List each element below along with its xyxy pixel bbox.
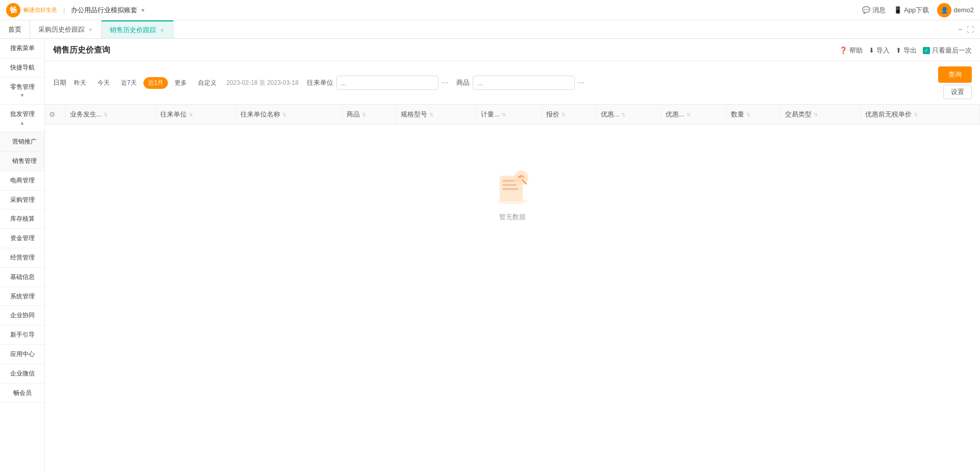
sidebar-item-wholesale-mgmt[interactable]: 批发管理 ▲	[0, 105, 44, 132]
date-btn-last7[interactable]: 近7天	[116, 77, 141, 89]
member-label: 畅会员	[13, 389, 32, 397]
th-biz-date-sort-icon: ⇅	[104, 112, 108, 117]
header-right: 💬 消息 📱 App下载 👤 demo2	[862, 3, 974, 17]
product-dots-icon[interactable]: ···	[578, 78, 584, 87]
sidebar-item-enterprise[interactable]: 企业协同	[0, 306, 44, 325]
th-discount2[interactable]: 优惠... ⇅	[662, 105, 727, 125]
sidebar-item-guide[interactable]: 新手引导	[0, 325, 44, 345]
sidebar-item-basic-info[interactable]: 基础信息	[0, 268, 44, 287]
sidebar-item-retail-mgmt[interactable]: 零售管理 ▼	[0, 78, 44, 105]
logo-text: 畅捷信好生意	[23, 7, 57, 13]
purchase-tab-close[interactable]: ×	[88, 26, 93, 34]
product-filter-group: 商品 ···	[456, 76, 584, 90]
counterparty-input[interactable]	[336, 76, 438, 90]
svg-point-5	[514, 171, 528, 185]
sidebar-item-purchase-mgmt[interactable]: 采购管理	[0, 191, 44, 210]
counterparty-dots-icon[interactable]: ···	[442, 78, 448, 87]
query-button[interactable]: 查询	[938, 66, 972, 83]
wechat-label: 企业微信	[10, 369, 35, 378]
message-action[interactable]: 💬 消息	[862, 6, 886, 15]
empty-state-row: 暂无数据	[45, 125, 980, 263]
import-icon: ⬇	[869, 46, 874, 54]
th-discount2-sort-icon: ⇅	[687, 112, 691, 117]
date-btn-more[interactable]: 更多	[170, 77, 191, 89]
th-quote[interactable]: 报价 ⇅	[542, 105, 596, 125]
sidebar-item-sales-mgmt[interactable]: 销售管理	[0, 152, 44, 171]
th-no-tax-price[interactable]: 优惠前无税单价 ⇅	[861, 105, 980, 125]
date-btn-today[interactable]: 今天	[93, 77, 114, 89]
th-discount1[interactable]: 优惠... ⇅	[596, 105, 662, 125]
date-filter-group: 日期 昨天 今天 近7天 近1月 更多 自定义 2023-02-18 至 202…	[53, 77, 299, 89]
sidebar: 搜索菜单 快捷导航 零售管理 ▼ 批发管理 ▲ 营销推广 销售管理 电商管理 采…	[0, 39, 45, 472]
date-btn-last1m[interactable]: 近1月	[143, 77, 168, 89]
product-input[interactable]	[473, 76, 575, 90]
sales-mgmt-label: 销售管理	[12, 157, 37, 166]
date-btn-yesterday[interactable]: 昨天	[69, 77, 91, 89]
content-area: 销售历史价查询 ❓ 帮助 ⬇ 导入 ⬆ 导出 ✓	[45, 39, 980, 472]
sys-mgmt-label: 系统管理	[10, 292, 35, 301]
sidebar-item-app-center[interactable]: 应用中心	[0, 345, 44, 364]
sales-tab-close[interactable]: ×	[159, 26, 164, 34]
sidebar-item-sys-mgmt[interactable]: 系统管理	[0, 287, 44, 306]
sidebar-item-ecom-mgmt[interactable]: 电商管理	[0, 171, 44, 191]
th-quantity[interactable]: 数量 ⇅	[726, 105, 781, 125]
tab-bar: 首页 采购历史价跟踪 × 销售历史价跟踪 × − ⛶	[0, 20, 980, 39]
only-last-checkbox[interactable]: ✓ 只看最后一次	[923, 46, 972, 55]
th-partner-name-label: 往来单位名称	[240, 110, 280, 119]
th-trade-type-sort-icon: ⇅	[814, 112, 818, 117]
table-settings-gear-icon[interactable]: ⚙	[49, 110, 56, 119]
main-layout: 搜索菜单 快捷导航 零售管理 ▼ 批发管理 ▲ 营销推广 销售管理 电商管理 采…	[0, 39, 980, 472]
th-partner[interactable]: 往来单位 ⇅	[156, 105, 236, 125]
sales-tab-label: 销售历史价跟踪	[110, 26, 156, 35]
th-spec-sort-icon: ⇅	[429, 112, 433, 117]
tab-purchase-history[interactable]: 采购历史价跟踪 ×	[30, 20, 102, 38]
th-product[interactable]: 商品 ⇅	[342, 105, 397, 125]
user-action[interactable]: 👤 demo2	[937, 3, 974, 17]
window-maximize-icon[interactable]: ⛶	[967, 26, 974, 34]
window-minimize-icon[interactable]: −	[958, 25, 963, 34]
import-btn[interactable]: ⬇ 导入	[869, 46, 890, 55]
product-label: 商品	[456, 78, 470, 87]
th-spec[interactable]: 规格型号 ⇅	[397, 105, 477, 125]
help-btn[interactable]: ❓ 帮助	[839, 46, 863, 55]
page-title: 销售历史价查询	[53, 45, 110, 56]
th-no-tax-price-sort-icon: ⇅	[914, 112, 918, 117]
th-discount1-sort-icon: ⇅	[621, 112, 625, 117]
divider: |	[61, 6, 67, 14]
message-label: 消息	[872, 6, 886, 15]
page-header: 销售历史价查询 ❓ 帮助 ⬇ 导入 ⬆ 导出 ✓	[45, 39, 980, 61]
sidebar-item-search-menu[interactable]: 搜索菜单	[0, 39, 44, 58]
tab-sales-history[interactable]: 销售历史价跟踪 ×	[102, 20, 173, 38]
username-label: demo2	[953, 6, 974, 14]
th-quantity-sort-icon: ⇅	[746, 112, 750, 117]
date-btn-custom[interactable]: 自定义	[193, 77, 221, 89]
counterparty-label: 往来单位	[307, 78, 333, 87]
th-unit[interactable]: 计量... ⇅	[477, 105, 542, 125]
settings-button[interactable]: 设置	[943, 85, 972, 99]
sidebar-item-ops-mgmt[interactable]: 经营管理	[0, 248, 44, 268]
sidebar-item-quick-nav[interactable]: 快捷导航	[0, 58, 44, 78]
sidebar-item-wechat[interactable]: 企业微信	[0, 364, 44, 384]
purchase-tab-label: 采购历史价跟踪	[38, 25, 85, 34]
svg-rect-3	[502, 184, 517, 186]
th-biz-date[interactable]: 业务发生... ⇅	[65, 105, 156, 125]
help-icon: ❓	[839, 46, 847, 54]
enterprise-label: 企业协同	[10, 311, 35, 320]
sidebar-item-marketing[interactable]: 营销推广	[0, 132, 44, 152]
sidebar-item-inventory[interactable]: 库存核算	[0, 209, 44, 229]
sidebar-item-member[interactable]: 畅会员	[0, 384, 44, 403]
tab-home[interactable]: 首页	[0, 20, 30, 38]
download-label: App下载	[904, 6, 929, 15]
inventory-label: 库存核算	[10, 215, 35, 223]
th-partner-name[interactable]: 往来单位名称 ⇅	[236, 105, 342, 125]
export-btn[interactable]: ⬆ 导出	[896, 46, 917, 55]
message-icon: 💬	[862, 6, 870, 14]
download-action[interactable]: 📱 App下载	[894, 6, 929, 15]
empty-text: 暂无数据	[499, 213, 526, 222]
empty-state-illustration	[489, 166, 535, 206]
th-discount2-label: 优惠...	[666, 110, 684, 119]
th-trade-type[interactable]: 交易类型 ⇅	[781, 105, 861, 125]
table-body: 暂无数据	[45, 125, 980, 263]
sidebar-item-finance[interactable]: 资金管理	[0, 229, 44, 248]
date-btn-group: 昨天 今天 近7天 近1月 更多 自定义	[69, 77, 221, 89]
